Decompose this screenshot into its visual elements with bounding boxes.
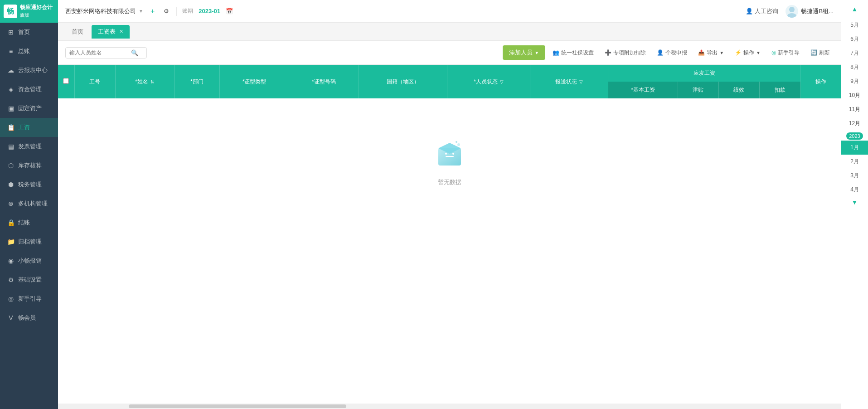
export-icon: 📤	[698, 49, 705, 56]
app-logo: 畅 畅应通好会计 旗版	[0, 0, 58, 23]
add-person-button[interactable]: 添加人员 ▼	[503, 45, 545, 60]
add-btn-arrow-icon: ▼	[534, 50, 539, 55]
table-body: 暂无数据	[58, 98, 841, 223]
tab-close-icon[interactable]: ✕	[119, 29, 123, 34]
th-report-status[interactable]: 报送状态 ▽	[530, 65, 608, 98]
logo-text-wrap: 畅应通好会计 旗版	[20, 4, 53, 19]
date-item-5[interactable]: 5月	[841, 18, 868, 32]
date-item-9[interactable]: 9月	[841, 74, 868, 88]
company-dropdown-icon: ▼	[139, 9, 143, 14]
scroll-thumb[interactable]	[129, 404, 346, 408]
th-deduction: 扣款	[760, 82, 800, 98]
sidebar-item-asset-label: 固定资产	[18, 104, 42, 112]
toolbar: 🔍 添加人员 ▼ 👥 统一社保设置 ➕ 专项附加扣除 👤 个税申报 📤 导出 ▼…	[58, 41, 841, 65]
add-btn-label: 添加人员	[509, 49, 533, 57]
tab-salary-label: 工资表	[98, 28, 116, 36]
th-allowance: 津贴	[678, 82, 718, 98]
add-company-button[interactable]: +	[149, 5, 156, 17]
operation-button[interactable]: ⚡ 操作 ▼	[731, 47, 764, 59]
refresh-button[interactable]: 🔄 刷新	[807, 47, 834, 59]
tax-report-button[interactable]: 👤 个税申报	[653, 47, 691, 59]
date-item-4[interactable]: 4月	[841, 183, 868, 197]
settings-icon: ⚙	[7, 276, 15, 283]
sidebar-item-report[interactable]: ☁ 云报表中心	[0, 61, 58, 80]
help-button[interactable]: 👤 人工咨询	[746, 7, 778, 15]
sidebar-item-inventory[interactable]: ⬡ 库存核算	[0, 156, 58, 175]
sidebar-item-expense[interactable]: ◉ 小畅报销	[0, 251, 58, 270]
social-settings-button[interactable]: 👥 统一社保设置	[549, 47, 597, 59]
sidebar-item-invoice[interactable]: ▤ 发票管理	[0, 137, 58, 156]
date-item-11[interactable]: 11月	[841, 102, 868, 117]
date-panel-down-button[interactable]: ▼	[850, 197, 860, 208]
tabs-bar: 首页 工资表 ✕	[58, 23, 841, 41]
sidebar-item-inventory-label: 库存核算	[18, 161, 42, 170]
sidebar-item-home[interactable]: ⊞ 首页	[0, 23, 58, 42]
main-content: 西安虾米网络科技有限公司 ▼ + ⚙ 账期 2023-01 📅 👤 人工咨询 畅…	[58, 0, 841, 409]
salary-table: 工号 *姓名 ⇅ *部门 *证型类型 *证型号码	[58, 65, 841, 223]
search-input[interactable]	[69, 49, 128, 56]
sidebar-item-ledger[interactable]: ≡ 总账	[0, 42, 58, 61]
help-icon: 👤	[746, 8, 753, 15]
scroll-area	[58, 404, 841, 409]
date-item-1[interactable]: 1月	[841, 141, 868, 155]
deduct-label: 专项附加扣除	[613, 49, 646, 57]
th-status[interactable]: *人员状态 ▽	[447, 65, 530, 98]
sidebar-item-salary[interactable]: 📋 工资	[0, 118, 58, 137]
sidebar-item-asset[interactable]: ▣ 固定资产	[0, 99, 58, 118]
date-item-7[interactable]: 7月	[841, 46, 868, 60]
date-panel-up-button[interactable]: ▲	[850, 4, 860, 15]
sidebar-item-settings[interactable]: ⚙ 基础设置	[0, 270, 58, 289]
tab-home-label: 首页	[72, 28, 83, 36]
th-name[interactable]: *姓名 ⇅	[115, 65, 174, 98]
sidebar-item-guide[interactable]: ◎ 新手引导	[0, 289, 58, 308]
export-button[interactable]: 📤 导出 ▼	[694, 47, 727, 59]
date-item-6[interactable]: 6月	[841, 32, 868, 46]
sidebar-item-guide-label: 新手引导	[18, 295, 42, 303]
company-selector[interactable]: 西安虾米网络科技有限公司 ▼	[65, 7, 143, 15]
report-icon: ☁	[7, 67, 15, 74]
sidebar-item-tax[interactable]: ⬢ 税务管理	[0, 175, 58, 194]
svg-point-1	[787, 13, 796, 18]
sidebar-item-home-label: 首页	[18, 28, 30, 36]
table-header-row1: 工号 *姓名 ⇅ *部门 *证型类型 *证型号码	[58, 65, 841, 82]
operation-label: 操作	[743, 49, 754, 57]
sidebar-item-close[interactable]: 🔒 结账	[0, 213, 58, 232]
th-checkbox	[58, 65, 74, 98]
date-item-3[interactable]: 3月	[841, 169, 868, 183]
ledger-icon: ≡	[7, 48, 15, 55]
tab-home[interactable]: 首页	[65, 25, 90, 39]
date-item-10[interactable]: 10月	[841, 88, 868, 102]
sidebar-item-member-label: 畅会员	[18, 314, 36, 322]
sidebar-item-multi[interactable]: ⊛ 多机构管理	[0, 194, 58, 213]
status-filter-icon: ▽	[500, 79, 504, 84]
user-info[interactable]: 畅捷通B组...	[786, 5, 834, 18]
calendar-icon[interactable]: 📅	[226, 8, 233, 15]
topbar-right: 👤 人工咨询 畅捷通B组...	[746, 5, 834, 18]
settings-button[interactable]: ⚙	[162, 6, 171, 16]
date-item-2[interactable]: 2月	[841, 155, 868, 169]
empty-icon	[432, 135, 468, 171]
th-base-salary: *基本工资	[608, 82, 678, 98]
sidebar-item-archive[interactable]: 📁 归档管理	[0, 232, 58, 251]
deduct-button[interactable]: ➕ 专项附加扣除	[601, 47, 650, 59]
date-item-12[interactable]: 12月	[841, 117, 868, 131]
logo-icon: 畅	[4, 5, 17, 18]
sidebar-item-fund[interactable]: ◈ 资金管理	[0, 80, 58, 99]
th-cert-type: *证型类型	[220, 65, 289, 98]
th-cert-no: *证型号码	[289, 65, 359, 98]
tab-salary-table[interactable]: 工资表 ✕	[92, 25, 130, 39]
sidebar-item-invoice-label: 发票管理	[18, 142, 42, 151]
empty-state: 暂无数据	[58, 98, 841, 223]
sidebar-item-member[interactable]: V 畅会员	[0, 308, 58, 327]
fund-icon: ◈	[7, 86, 15, 93]
sidebar-item-ledger-label: 总账	[18, 47, 30, 55]
svg-point-8	[456, 141, 457, 143]
th-nation: 国籍（地区）	[359, 65, 447, 98]
period-label: 账期	[182, 7, 193, 15]
operation-arrow-icon: ▼	[756, 50, 761, 55]
date-item-8[interactable]: 8月	[841, 60, 868, 74]
new-guide-button[interactable]: ◎ 新手引导	[768, 47, 803, 59]
sidebar-item-fund-label: 资金管理	[18, 85, 42, 93]
select-all-checkbox[interactable]	[63, 78, 69, 84]
multi-icon: ⊛	[7, 200, 15, 207]
